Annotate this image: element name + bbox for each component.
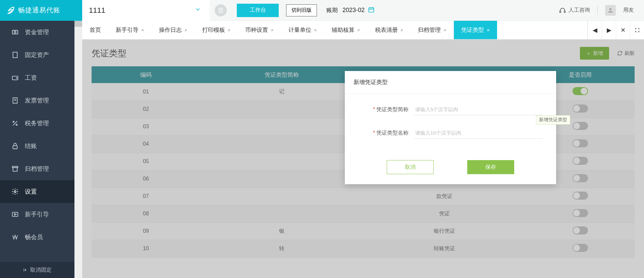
svg-point-22	[16, 124, 17, 126]
close-icon[interactable]: ×	[357, 27, 360, 33]
tab-label: 凭证类型	[461, 26, 484, 34]
company-selector[interactable]: 1111	[82, 0, 210, 21]
close-icon[interactable]: ×	[141, 27, 144, 33]
tab-税表清册[interactable]: 税表清册×	[368, 21, 411, 39]
svg-rect-3	[369, 8, 374, 12]
close-icon[interactable]: ×	[443, 27, 446, 33]
voucher-short-input[interactable]	[414, 104, 543, 115]
collapse-icon	[23, 267, 28, 273]
close-icon[interactable]: ×	[487, 27, 490, 33]
old-version-button[interactable]: 切到旧版	[286, 4, 317, 16]
username[interactable]: 用友	[623, 7, 634, 14]
tab-label: 币种设置	[245, 26, 268, 34]
svg-marker-28	[14, 213, 16, 215]
svg-point-9	[609, 8, 612, 10]
sidebar-item-salary[interactable]: 工资	[0, 66, 74, 89]
tab-辅助核算[interactable]: 辅助核算×	[324, 21, 368, 39]
tab-凭证类型[interactable]: 凭证类型×	[454, 21, 497, 39]
period-value[interactable]: 2023-02	[342, 7, 365, 14]
sidebar-item-funds[interactable]: 资金管理	[0, 21, 74, 44]
tab-label: 操作日志	[159, 26, 182, 34]
field-name-label: *凭证类型名称	[358, 130, 409, 137]
close-icon[interactable]: ×	[314, 27, 317, 33]
sidebar-item-settings[interactable]: 设置	[0, 180, 74, 203]
tab-操作日志[interactable]: 操作日志×	[152, 21, 195, 39]
topbar: 畅捷通易代账 1111 工作台 切到旧版 账期 2023-02 人工咨询	[0, 0, 644, 21]
field-short-label: *凭证类型简称	[358, 106, 409, 113]
sidebar-scrollbar[interactable]	[74, 21, 82, 278]
save-button[interactable]: 保存	[467, 160, 514, 174]
close-icon[interactable]: ×	[271, 27, 274, 33]
workbench-button[interactable]: 工作台	[237, 4, 279, 17]
sidebar-item-closing[interactable]: 结账	[0, 135, 74, 157]
sidebar-item-vip[interactable]: 畅会员	[0, 226, 74, 249]
svg-rect-29	[24, 268, 24, 271]
svg-rect-23	[13, 146, 17, 149]
tab-计量单位[interactable]: 计量单位×	[281, 21, 324, 39]
consult-link[interactable]: 人工咨询	[559, 7, 590, 14]
add-voucher-type-modal: 新增凭证类型 *凭证类型简称 *凭证类型名称 取消 保存	[345, 71, 556, 184]
svg-rect-8	[564, 11, 565, 12]
tab-label: 辅助核算	[332, 26, 355, 34]
close-icon[interactable]: ×	[228, 27, 231, 33]
wallet-icon	[11, 74, 19, 81]
modal-title: 新增凭证类型	[345, 71, 556, 94]
tab-label: 打印模板	[202, 26, 225, 34]
tab-打印模板[interactable]: 打印模板×	[195, 21, 238, 39]
chevron-down-icon	[195, 6, 201, 15]
svg-rect-12	[13, 52, 17, 58]
svg-point-26	[14, 191, 16, 193]
play-icon	[11, 211, 19, 218]
tab-label: 首页	[90, 26, 101, 34]
voucher-name-input[interactable]	[414, 127, 543, 139]
tab-首页[interactable]: 首页	[82, 21, 108, 39]
receipt-icon	[11, 97, 19, 104]
sidebar-item-tax[interactable]: 税务管理	[0, 112, 74, 135]
tab-归档管理[interactable]: 归档管理×	[411, 21, 454, 39]
svg-line-20	[13, 121, 17, 126]
sidebar-item-invoice[interactable]: 发票管理	[0, 89, 74, 112]
separator	[597, 6, 598, 15]
avatar[interactable]	[605, 5, 616, 16]
scroll-up-arrow[interactable]	[74, 21, 82, 27]
tab-scroll-right[interactable]: ▶	[602, 21, 616, 40]
clipboard-icon[interactable]	[215, 4, 227, 16]
brand-logo: 畅捷通易代账	[0, 0, 82, 21]
archive-icon	[11, 165, 19, 172]
tabbar: 首页新手引导×操作日志×打印模板×币种设置×计量单位×辅助核算×税表清册×归档管…	[82, 21, 644, 40]
close-icon[interactable]: ×	[184, 27, 187, 33]
tab-label: 税表清册	[375, 26, 398, 34]
gear-icon	[11, 188, 19, 195]
sidebar-item-guide[interactable]: 新手引导	[0, 203, 74, 226]
tab-label: 新手引导	[116, 26, 139, 34]
tab-新手引导[interactable]: 新手引导×	[108, 21, 152, 39]
svg-rect-10	[12, 30, 18, 34]
sidebar-item-assets[interactable]: 固定资产	[0, 44, 74, 66]
tab-scroll-left[interactable]: ◀	[588, 21, 602, 40]
brand-feather-icon	[6, 6, 15, 15]
sidebar-unpin[interactable]: 取消固定	[0, 262, 74, 278]
svg-point-21	[13, 121, 14, 123]
svg-rect-25	[13, 167, 17, 171]
tab-label: 归档管理	[418, 26, 441, 34]
lock-icon	[11, 142, 19, 150]
tab-label: 计量单位	[288, 26, 311, 34]
svg-point-16	[16, 78, 17, 78]
headset-icon	[559, 7, 566, 14]
fullscreen-icon	[635, 27, 640, 33]
period-label: 账期	[326, 6, 338, 14]
calendar-icon[interactable]	[368, 6, 375, 14]
building-icon	[11, 51, 19, 59]
money-icon	[11, 28, 19, 36]
tab-币种设置[interactable]: 币种设置×	[238, 21, 281, 39]
add-tooltip: 新增凭证类型	[536, 115, 570, 125]
svg-point-11	[14, 31, 16, 33]
svg-rect-7	[560, 11, 561, 12]
vip-icon	[11, 233, 19, 241]
tab-fullscreen[interactable]	[630, 21, 644, 40]
svg-rect-27	[12, 212, 18, 217]
cancel-button[interactable]: 取消	[387, 160, 434, 174]
tab-close-all[interactable]: ✕	[616, 21, 630, 40]
close-icon[interactable]: ×	[400, 27, 404, 33]
sidebar-item-archive[interactable]: 归档管理	[0, 157, 74, 180]
